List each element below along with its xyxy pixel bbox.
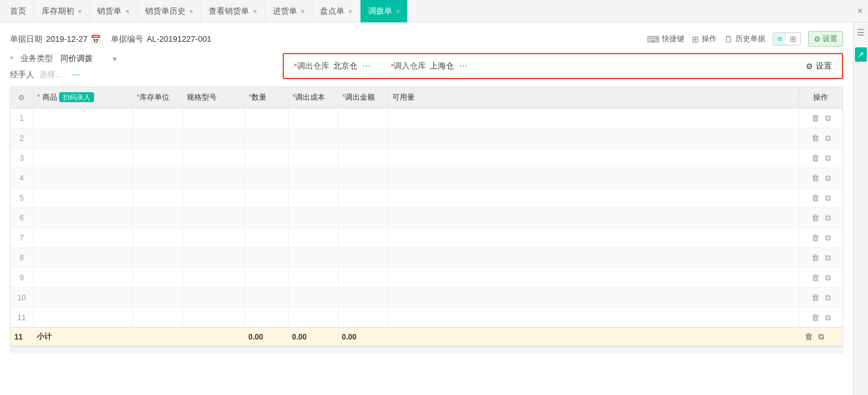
row-cost-8[interactable] <box>288 248 338 268</box>
row-product-4[interactable] <box>33 168 133 188</box>
tab-sales-history-close[interactable]: × <box>189 7 193 15</box>
row-unit-1[interactable] <box>133 108 182 128</box>
tab-view-sales[interactable]: 查看销货单 × <box>201 0 265 22</box>
row-spec-11[interactable] <box>182 308 245 328</box>
row-product-8[interactable] <box>33 248 133 268</box>
row-amount-4[interactable] <box>338 168 388 188</box>
grid-toggle-list[interactable]: ≡ <box>773 33 786 45</box>
tab-inventory-init-close[interactable]: × <box>78 7 82 15</box>
shortcut-btn[interactable]: ⌨ 快捷键 <box>647 34 684 44</box>
row-amount-6[interactable] <box>338 208 388 228</box>
footer-delete-icon[interactable]: 🗑 <box>804 332 813 341</box>
row-amount-3[interactable] <box>338 148 388 168</box>
row-cost-5[interactable] <box>288 188 338 208</box>
delete-icon-1[interactable]: 🗑 <box>811 113 819 123</box>
row-unit-2[interactable] <box>133 128 182 148</box>
col-settings-header[interactable]: ⚙ <box>11 87 33 108</box>
row-unit-6[interactable] <box>133 208 182 228</box>
row-product-5[interactable] <box>33 188 133 208</box>
row-unit-5[interactable] <box>133 188 182 208</box>
row-qty-8[interactable] <box>245 248 288 268</box>
row-unit-4[interactable] <box>133 168 182 188</box>
copy-icon-6[interactable]: ⧉ <box>825 213 831 222</box>
biz-type-select[interactable]: 同价调拨 ▾ <box>60 53 117 64</box>
row-qty-2[interactable] <box>245 128 288 148</box>
row-spec-1[interactable] <box>182 108 245 128</box>
copy-icon-2[interactable]: ⧉ <box>825 133 831 143</box>
wh-out-more-btn[interactable]: ··· <box>362 60 370 72</box>
row-spec-6[interactable] <box>182 208 245 228</box>
tab-sales-history[interactable]: 销货单历史 × <box>138 0 201 22</box>
row-spec-8[interactable] <box>182 248 245 268</box>
tab-stocktake-close[interactable]: × <box>348 7 352 15</box>
row-spec-3[interactable] <box>182 148 245 168</box>
row-qty-10[interactable] <box>245 288 288 308</box>
side-list-icon[interactable]: ☰ <box>857 27 865 37</box>
row-unit-10[interactable] <box>133 288 182 308</box>
delete-icon-4[interactable]: 🗑 <box>811 173 819 183</box>
tab-inventory-init[interactable]: 库存期初 × <box>34 0 90 22</box>
wh-in-more-btn[interactable]: ··· <box>459 60 467 72</box>
row-cost-6[interactable] <box>288 208 338 228</box>
copy-icon-1[interactable]: ⧉ <box>825 113 831 123</box>
row-product-10[interactable] <box>33 288 133 308</box>
row-unit-9[interactable] <box>133 268 182 288</box>
row-amount-5[interactable] <box>338 188 388 208</box>
copy-icon-10[interactable]: ⧉ <box>825 293 831 302</box>
row-spec-7[interactable] <box>182 228 245 248</box>
settings-button[interactable]: ⚙ 设置 <box>808 31 843 47</box>
row-cost-4[interactable] <box>288 168 338 188</box>
tab-purchase[interactable]: 进货单 × <box>265 0 313 22</box>
person-select[interactable]: 选择... <box>39 69 62 80</box>
row-cost-2[interactable] <box>288 128 338 148</box>
row-qty-9[interactable] <box>245 268 288 288</box>
row-product-6[interactable] <box>33 208 133 228</box>
copy-icon-9[interactable]: ⧉ <box>825 273 831 282</box>
delete-icon-8[interactable]: 🗑 <box>811 253 819 262</box>
tab-transfer[interactable]: 调拨单 × <box>361 0 408 22</box>
window-close-icon[interactable]: × <box>857 6 863 17</box>
operation-btn[interactable]: ⊞ 操作 <box>692 34 717 44</box>
grid-toggle-grid[interactable]: ⊞ <box>786 33 800 45</box>
row-cost-9[interactable] <box>288 268 338 288</box>
copy-icon-4[interactable]: ⧉ <box>825 173 831 183</box>
side-export-icon[interactable]: ↗ <box>855 47 867 62</box>
delete-icon-5[interactable]: 🗑 <box>811 193 819 202</box>
row-qty-7[interactable] <box>245 228 288 248</box>
row-spec-5[interactable] <box>182 188 245 208</box>
row-spec-9[interactable] <box>182 268 245 288</box>
row-product-7[interactable] <box>33 228 133 248</box>
row-amount-11[interactable] <box>338 308 388 328</box>
person-more-btn[interactable]: ··· <box>72 69 80 80</box>
footer-copy-icon[interactable]: ⧉ <box>818 332 824 341</box>
history-btn[interactable]: 🗒 历史单据 <box>724 34 765 44</box>
delete-icon-11[interactable]: 🗑 <box>811 313 819 322</box>
row-unit-3[interactable] <box>133 148 182 168</box>
row-cost-3[interactable] <box>288 148 338 168</box>
row-product-1[interactable] <box>33 108 133 128</box>
row-unit-8[interactable] <box>133 248 182 268</box>
row-cost-7[interactable] <box>288 228 338 248</box>
row-amount-8[interactable] <box>338 248 388 268</box>
delete-icon-9[interactable]: 🗑 <box>811 273 819 282</box>
wh-settings[interactable]: ⚙ 设置 <box>806 60 832 72</box>
row-qty-3[interactable] <box>245 148 288 168</box>
copy-icon-8[interactable]: ⧉ <box>825 253 831 262</box>
row-cost-11[interactable] <box>288 308 338 328</box>
biz-type-dropdown-arrow[interactable]: ▾ <box>113 54 117 64</box>
row-cost-10[interactable] <box>288 288 338 308</box>
row-qty-11[interactable] <box>245 308 288 328</box>
delete-icon-10[interactable]: 🗑 <box>811 293 819 302</box>
tab-stocktake[interactable]: 盘点单 × <box>313 0 360 22</box>
row-product-11[interactable] <box>33 308 133 328</box>
copy-icon-5[interactable]: ⧉ <box>825 193 831 202</box>
tab-home[interactable]: 首页 <box>2 0 34 22</box>
row-qty-1[interactable] <box>245 108 288 128</box>
copy-icon-7[interactable]: ⧉ <box>825 233 831 242</box>
tab-sales-order[interactable]: 销货单 × <box>90 0 137 22</box>
row-amount-1[interactable] <box>338 108 388 128</box>
scroll-bar[interactable] <box>10 346 843 354</box>
scan-btn[interactable]: 扫码录入 <box>59 92 94 102</box>
row-spec-2[interactable] <box>182 128 245 148</box>
row-amount-2[interactable] <box>338 128 388 148</box>
